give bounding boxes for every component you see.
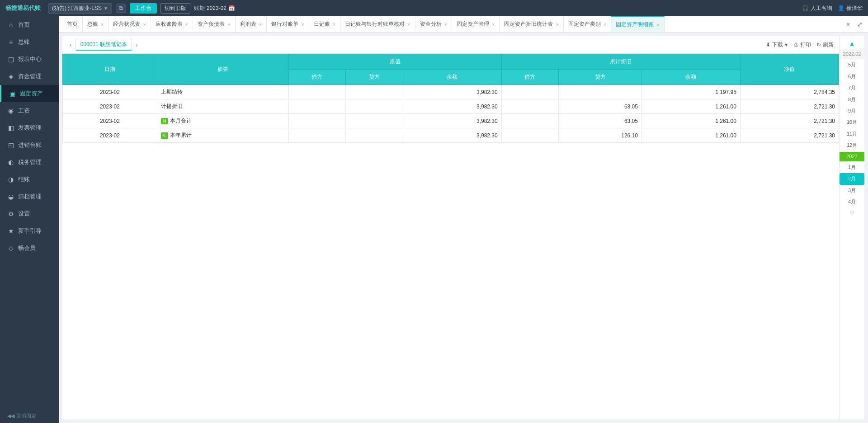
tab-fixed-mgmt[interactable]: 固定资产管理 × xyxy=(452,16,500,33)
tab-receivable[interactable]: 应收账龄表 × xyxy=(151,16,193,33)
refresh-btn[interactable]: ↻ 刷新 xyxy=(816,41,834,49)
tab-expand-icon[interactable]: ⤢ xyxy=(855,19,864,30)
headset-icon: 🎧 xyxy=(802,5,809,11)
workbench-button[interactable]: 工作台 xyxy=(130,3,157,14)
tab-journal[interactable]: 日记账 × xyxy=(309,16,340,33)
tab-journal-bank-label: 日记账与银行对账单核对 xyxy=(345,20,405,28)
th-net-value: 净值 xyxy=(740,54,839,85)
cell-orig-credit xyxy=(346,114,403,128)
sidebar-item-sales[interactable]: ◱ 进销台账 xyxy=(0,136,59,154)
tab-journal-bank-close[interactable]: × xyxy=(407,22,410,27)
date-nav-up-btn[interactable]: ▲ xyxy=(847,38,857,49)
table-row: 2023-02 计提折旧 3,982.30 63.05 1,261.00 2,7… xyxy=(63,99,839,114)
date-nav-2023-month-2[interactable]: 2月 xyxy=(840,173,864,184)
tab-bank-stmt-close[interactable]: × xyxy=(301,22,304,27)
refresh-icon: ↻ xyxy=(816,42,821,48)
tab-home[interactable]: 首页 xyxy=(62,16,83,33)
tab-business-status-close[interactable]: × xyxy=(143,22,146,27)
app-logo: 畅捷通易代账 xyxy=(5,4,41,12)
tab-fixed-mgmt-close[interactable]: × xyxy=(492,22,495,27)
sidebar-item-ledger[interactable]: ≡ 总账 xyxy=(0,33,59,51)
copy-icon-btn[interactable]: ⧉ xyxy=(116,4,126,13)
customer-service-btn[interactable]: 🎧 人工客询 xyxy=(802,5,832,12)
user-menu[interactable]: 👤 徐泽华 xyxy=(838,5,863,12)
calendar-icon[interactable]: 📅 xyxy=(228,5,235,11)
date-nav-month-5[interactable]: 5月 xyxy=(840,59,864,70)
tab-balance-sheet[interactable]: 资产负债表 × xyxy=(193,16,235,33)
period-label: 账期 xyxy=(194,5,205,12)
sidebar: ⌂ 首页 ≡ 总账 ◫ 报表中心 ◈ 资金管理 ▣ 固定资产 ◉ 工资 ◧ 发票… xyxy=(0,16,59,423)
tab-balance-sheet-close[interactable]: × xyxy=(227,22,230,27)
th-accumulated-dep-group: 累计折旧 xyxy=(501,54,740,70)
tab-journal-close[interactable]: × xyxy=(333,22,335,27)
tab-receivable-close[interactable]: × xyxy=(185,22,188,27)
tab-journal-label: 日记账 xyxy=(314,20,330,28)
cell-description: 月本月合计 xyxy=(157,114,288,128)
fixed-assets-icon: ▣ xyxy=(9,90,16,97)
tab-fixed-detail[interactable]: 固定资产明细账 × xyxy=(611,16,664,33)
sidebar-item-home[interactable]: ⌂ 首页 xyxy=(0,16,59,33)
cell-orig-debit xyxy=(288,99,346,114)
tab-ledger-close[interactable]: × xyxy=(101,22,104,27)
tab-bank-stmt[interactable]: 银行对账单 × xyxy=(267,16,309,33)
print-btn[interactable]: 🖨 打印 xyxy=(793,41,811,49)
date-nav-month-11[interactable]: 11月 xyxy=(840,128,864,140)
date-nav-month-9[interactable]: 9月 xyxy=(840,105,864,117)
cell-dep-debit xyxy=(501,99,559,114)
date-nav-month-6[interactable]: 6月 xyxy=(840,71,864,82)
date-nav-2023-month-4[interactable]: 4月 xyxy=(840,196,864,207)
sidebar-item-closing[interactable]: ◑ 结账 xyxy=(0,171,59,188)
cell-dep-balance: 1,197.95 xyxy=(642,85,740,99)
sidebar-item-member[interactable]: ◇ 畅会员 xyxy=(0,240,59,257)
tab-fixed-category[interactable]: 固定资产类别 × xyxy=(564,16,611,33)
tab-business-status[interactable]: 经营状况表 × xyxy=(108,16,151,33)
tab-journal-bank[interactable]: 日记账与银行对账单核对 × xyxy=(340,16,415,33)
cell-orig-credit xyxy=(346,99,403,114)
sidebar-label-funds: 资金管理 xyxy=(18,72,42,80)
asset-prev-btn[interactable]: ‹ xyxy=(68,40,74,49)
tab-fund-analysis[interactable]: 资金分析 × xyxy=(415,16,452,33)
sidebar-item-archive[interactable]: ◒ 归档管理 xyxy=(0,188,59,205)
asset-name-label: 000001 联想笔记本 xyxy=(80,41,127,47)
switch-version-button[interactable]: 切到旧版 xyxy=(160,3,190,14)
tab-profit-close[interactable]: × xyxy=(259,22,262,27)
company-selector[interactable]: (劝告) 江西服业-LSS ▼ xyxy=(48,3,112,14)
download-label: 下载 xyxy=(772,41,783,49)
company-name: (劝告) 江西服业-LSS xyxy=(52,5,102,12)
tab-fixed-depreciation[interactable]: 固定资产折旧统计表 × xyxy=(500,16,563,33)
user-name-label: 徐泽华 xyxy=(846,5,863,12)
tab-home-label: 首页 xyxy=(67,20,78,28)
cell-date: 2023-02 xyxy=(63,128,157,143)
pin-toggle-btn[interactable]: ◀◀ 取消固定 xyxy=(0,409,59,423)
sidebar-item-tax[interactable]: ◐ 税务管理 xyxy=(0,154,59,171)
tab-profit[interactable]: 利润表 × xyxy=(236,16,267,33)
th-original-debit: 借方 xyxy=(288,70,346,85)
sidebar-item-funds[interactable]: ◈ 资金管理 xyxy=(0,68,59,85)
asset-current-tab[interactable]: 000001 联想笔记本 xyxy=(75,39,132,51)
sidebar-item-payroll[interactable]: ◉ 工资 xyxy=(0,102,59,119)
tab-fixed-mgmt-label: 固定资产管理 xyxy=(457,20,489,28)
date-nav-2023-month-3[interactable]: 3月 xyxy=(840,185,864,196)
sidebar-item-fixed-assets[interactable]: ▣ 固定资产 xyxy=(0,85,59,102)
period-value: 2023-02 xyxy=(207,5,226,11)
tab-fund-analysis-close[interactable]: × xyxy=(444,22,447,27)
tab-fixed-category-close[interactable]: × xyxy=(604,22,606,27)
sidebar-item-reports[interactable]: ◫ 报表中心 xyxy=(0,51,59,68)
date-nav-month-12[interactable]: 12月 xyxy=(840,140,864,151)
tab-fixed-detail-close[interactable]: × xyxy=(656,22,659,28)
download-btn[interactable]: ⬇ 下载 ▾ xyxy=(766,41,788,49)
sidebar-item-settings[interactable]: ⚙ 设置 xyxy=(0,205,59,222)
asset-next-btn[interactable]: › xyxy=(134,40,140,49)
tab-bank-stmt-label: 银行对账单 xyxy=(271,20,298,28)
tab-ledger[interactable]: 总账 × xyxy=(83,16,108,33)
date-nav-month-8[interactable]: 8月 xyxy=(840,94,864,105)
date-nav-month-7[interactable]: 7月 xyxy=(840,82,864,94)
sidebar-label-settings: 设置 xyxy=(18,210,30,218)
date-nav-2023-month-1[interactable]: 1月 xyxy=(840,162,864,173)
tab-fixed-depreciation-close[interactable]: × xyxy=(556,22,558,27)
date-nav-month-10[interactable]: 10月 xyxy=(840,117,864,128)
sidebar-item-invoice[interactable]: ◧ 发票管理 xyxy=(0,119,59,136)
tab-close-all-icon[interactable]: × xyxy=(844,19,852,30)
sidebar-item-guide[interactable]: ★ 新手引导 xyxy=(0,222,59,240)
date-nav-more-btn[interactable]: ⊙ xyxy=(840,207,864,217)
